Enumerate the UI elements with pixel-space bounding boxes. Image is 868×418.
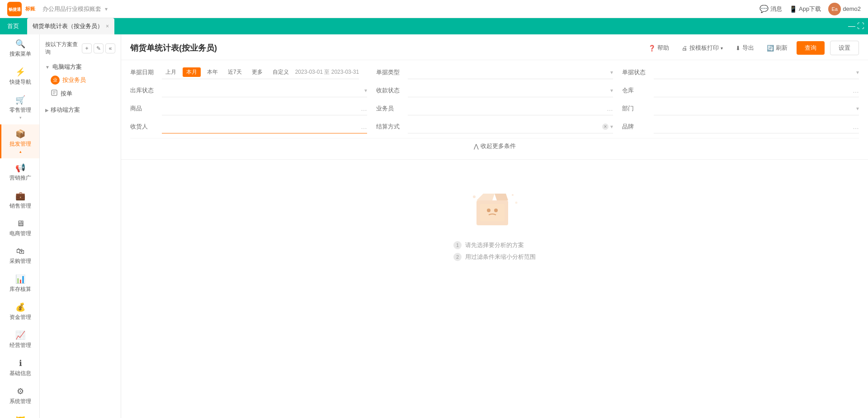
tab-home[interactable]: 首页 [0, 18, 26, 34]
search-menu-icon: 🔍 [15, 39, 25, 49]
date-this-year-btn[interactable]: 本年 [203, 67, 222, 77]
filter-col-payment-status: 收款状态 ▾ [376, 84, 613, 97]
query-btn[interactable]: 查询 [797, 41, 825, 55]
ship-status-dropdown-icon[interactable]: ▾ [364, 87, 367, 94]
sidebar-item-retail[interactable]: 🛒 零售管理 ▾ [0, 90, 39, 124]
export-icon: ⬇ [736, 45, 741, 52]
salesperson-label: 业务员 [376, 104, 408, 113]
warehouse-field[interactable]: … [654, 84, 859, 97]
print-icon: 🖨 [682, 45, 688, 52]
salesperson-field[interactable]: … [408, 102, 613, 115]
app-download-btn[interactable]: 📱 App下载 [789, 5, 821, 13]
user-profile[interactable]: Ea demo2 [828, 3, 861, 15]
department-dropdown-icon[interactable]: ▾ [856, 105, 859, 112]
order-type-dropdown-icon[interactable]: ▾ [610, 69, 613, 76]
date-label: 单据日期 [130, 68, 162, 76]
sidebar-item-sales[interactable]: 💼 销售管理 [0, 186, 39, 214]
filter-col-order-type: 单据类型 ▾ [376, 66, 613, 79]
payment-method-dropdown-icon[interactable]: ▾ [610, 124, 613, 130]
filter-col-department: 部门 ▾ [622, 102, 859, 115]
print-dropdown-icon: ▾ [721, 46, 723, 51]
sidebar-item-wholesale[interactable]: 📦 批发管理 ▴ [0, 124, 39, 158]
date-more-btn[interactable]: 更多 [248, 67, 266, 77]
scheme-mobile-group-header[interactable]: ▶ 移动端方案 [40, 104, 121, 116]
scheme-item-by-salesperson[interactable]: 业 按业务员 [40, 73, 121, 87]
payment-method-field[interactable]: × ▾ [408, 120, 613, 133]
sidebar-item-search-menu[interactable]: 🔍 搜索菜单 [0, 34, 39, 62]
scheme-edit-btn[interactable]: ✎ [94, 43, 104, 53]
filter-col-brand: 品牌 … [622, 120, 859, 133]
empty-hint-2: 2 用过滤条件来缩小分析范围 [453, 253, 536, 261]
empty-hint-1: 1 请先选择要分析的方案 [453, 241, 536, 249]
scheme-header-icons: + ✎ « [82, 43, 115, 53]
sidebar-item-quick-nav[interactable]: ⚡ 快捷导航 [0, 62, 39, 90]
tab-close-icon[interactable]: × [106, 23, 109, 29]
order-type-field[interactable]: ▾ [408, 66, 613, 79]
scheme-panel: 按以下方案查询 + ✎ « ▼ 电脑端方案 业 按业务员 [40, 34, 121, 418]
sidebar-item-basic[interactable]: ℹ 基础信息 [0, 354, 39, 382]
filter-col-date: 单据日期 上月 本月 本年 近7天 更多 自定义 2023-03-01 至 20… [130, 66, 367, 79]
help-btn[interactable]: ❓ 帮助 [645, 42, 673, 54]
scheme-desktop-group-header[interactable]: ▼ 电脑端方案 [40, 61, 121, 73]
scheme-item-by-order[interactable]: 按单 [40, 87, 121, 100]
date-range-display: 2023-03-01 至 2023-03-31 [295, 68, 359, 76]
brand-dots-icon[interactable]: … [853, 123, 859, 130]
window-title: 办公用品行业模拟账套 [42, 5, 101, 13]
brand-field[interactable]: … [654, 120, 859, 133]
settings-btn[interactable]: 设置 [830, 41, 859, 55]
refresh-btn[interactable]: 🔄 刷新 [763, 42, 791, 54]
payment-status-dropdown-icon[interactable]: ▾ [610, 87, 613, 94]
date-this-month-btn[interactable]: 本月 [183, 67, 201, 77]
brand-label: 品牌 [622, 123, 654, 131]
receiver-dots-icon[interactable]: … [361, 123, 367, 130]
sidebar-item-purchase[interactable]: 🛍 采购管理 [0, 242, 39, 270]
tab-minimize-btn[interactable]: — [848, 22, 855, 30]
goods-field[interactable]: … [162, 102, 367, 115]
sidebar-item-inventory[interactable]: 📊 库存核算 [0, 270, 39, 298]
payment-status-field[interactable]: ▾ [408, 84, 613, 97]
sidebar-item-system[interactable]: ⚙ 系统管理 [0, 382, 39, 410]
scheme-expand-icon: ▼ [45, 65, 50, 70]
sidebar-item-ecommerce[interactable]: 🖥 电商管理 [0, 214, 39, 242]
message-btn[interactable]: 💬 消息 [760, 5, 782, 13]
tab-active[interactable]: 销货单统计表（按业务员） × [27, 18, 114, 34]
ship-status-field[interactable]: ▾ [162, 84, 367, 97]
sidebar-item-enterprise[interactable]: 🤝 企业协同 [0, 410, 39, 418]
date-custom-btn[interactable]: 自定义 [269, 67, 292, 77]
salesperson-dots-icon[interactable]: … [607, 105, 613, 112]
hint-num-2: 2 [453, 253, 462, 261]
filter-col-salesperson: 业务员 … [376, 102, 613, 115]
payment-method-close-icon[interactable]: × [602, 124, 609, 130]
template-print-btn[interactable]: 🖨 按模板打印 ▾ [678, 42, 726, 54]
filter-col-order-status: 单据状态 ▾ [622, 66, 859, 79]
tabbar: 首页 销货单统计表（按业务员） × — ⛶ [0, 18, 868, 34]
department-field[interactable]: ▾ [654, 102, 859, 115]
scheme-add-btn[interactable]: + [82, 43, 92, 53]
collapse-btn[interactable]: ⋀ 收起更多条件 [474, 142, 516, 150]
order-status-field[interactable]: ▾ [654, 66, 859, 79]
receiver-field[interactable]: … [162, 120, 367, 133]
hint-num-1: 1 [453, 241, 462, 249]
receiver-label: 收货人 [130, 123, 162, 131]
warehouse-dots-icon[interactable]: … [853, 87, 859, 94]
export-btn[interactable]: ⬇ 导出 [732, 42, 758, 54]
goods-dots-icon[interactable]: … [361, 105, 367, 112]
dropdown-icon[interactable]: ▾ [105, 6, 108, 12]
date-last-7-days-btn[interactable]: 近7天 [224, 67, 245, 77]
wholesale-icon: 📦 [15, 129, 25, 139]
page-actions: ❓ 帮助 🖨 按模板打印 ▾ ⬇ 导出 🔄 刷新 [645, 41, 859, 55]
quick-nav-icon: ⚡ [15, 67, 25, 77]
svg-point-10 [473, 195, 476, 198]
filter-row-2: 出库状态 ▾ 收款状态 ▾ 仓库 [130, 84, 859, 97]
svg-point-12 [515, 202, 518, 204]
sidebar-item-marketing[interactable]: 📢 营销推广 [0, 158, 39, 186]
scheme-collapse-btn[interactable]: « [105, 43, 115, 53]
tab-maximize-btn[interactable]: ⛶ [857, 22, 864, 30]
topbar-right: 💬 消息 📱 App下载 Ea demo2 [760, 3, 861, 15]
date-last-month-btn[interactable]: 上月 [162, 67, 180, 77]
order-status-dropdown-icon[interactable]: ▾ [856, 69, 859, 76]
sidebar-item-finance[interactable]: 💰 资金管理 [0, 298, 39, 326]
sidebar-item-operations[interactable]: 📈 经营管理 [0, 326, 39, 354]
scheme-circle-icon: 业 [51, 76, 60, 85]
form-area: 销货单统计表(按业务员) ❓ 帮助 🖨 按模板打印 ▾ ⬇ 导出 [121, 34, 868, 418]
